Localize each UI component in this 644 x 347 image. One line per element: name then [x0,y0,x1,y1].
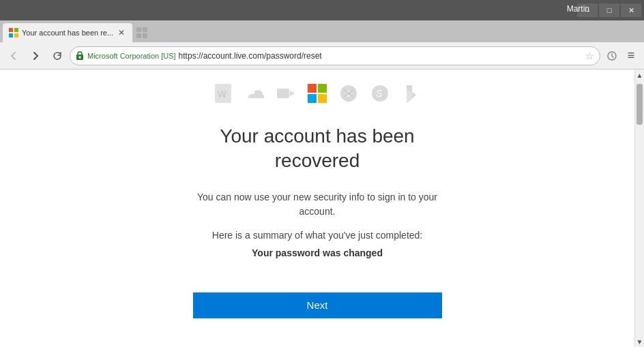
video-icon [276,83,296,104]
star-icon[interactable]: ☆ [585,50,594,61]
scrollbar[interactable]: ▲ ▼ [634,70,644,347]
svg-rect-13 [277,89,289,98]
summary-value: Your password was changed [252,247,383,258]
svg-rect-6 [136,33,141,38]
close-button[interactable]: ✕ [621,3,641,17]
browser-content-wrapper: W [0,70,644,347]
page-content-area: W [0,70,634,347]
security-label: Microsoft Corporation [US] [87,52,176,60]
page-heading: Your account has beenrecovered [220,124,414,174]
back-button[interactable] [4,46,23,65]
maximize-button[interactable]: □ [599,3,619,17]
svg-rect-0 [9,28,13,32]
menu-icon[interactable]: ≡ [622,47,640,65]
svg-marker-14 [290,91,295,96]
scroll-down-arrow[interactable]: ▼ [635,336,645,347]
refresh-button[interactable] [48,46,67,65]
svg-rect-7 [143,33,147,38]
bing-icon [401,83,422,104]
ms-logo-yellow [318,94,327,103]
ms-logo-green [318,84,327,93]
next-button[interactable]: Next [193,292,442,318]
nav-right-icons: ≡ [603,47,640,65]
svg-rect-1 [14,28,18,32]
security-indicator: Microsoft Corporation [US] [76,51,176,61]
tab-favicon-icon [8,27,19,38]
scrollbar-track[interactable] [635,80,644,336]
forward-button[interactable] [26,46,45,65]
new-tab-area [132,23,151,42]
user-name: Martin [567,4,589,14]
browser-tab[interactable]: Your account has been re... ✕ [3,23,132,42]
tab-bar: Your account has been re... ✕ [0,20,644,42]
onedrive-icon [244,83,265,104]
svg-text:W: W [218,89,227,100]
extensions-icon[interactable] [603,47,621,65]
svg-rect-5 [143,27,147,32]
svg-rect-2 [9,33,13,37]
ms-services-icons: W [213,83,422,104]
summary-label: Here is a summary of what you've just co… [212,230,422,241]
ms-logo-blue [308,94,317,103]
scrollbar-thumb[interactable] [636,84,643,125]
microsoft-logo-icon [307,83,327,104]
xbox-icon [338,83,359,104]
tab-title: Your account has been re... [22,29,113,37]
title-bar: Martin – □ ✕ [0,0,644,20]
address-bar[interactable]: Microsoft Corporation [US] https://accou… [70,46,600,65]
ms-logo-red [308,84,317,93]
url-display: https://account.live.com/password/reset [179,51,583,61]
tab-close-icon[interactable]: ✕ [116,27,127,38]
scroll-up-arrow[interactable]: ▲ [635,70,645,80]
skype-icon: S [370,83,390,104]
new-tab-icon [134,25,150,41]
svg-rect-3 [14,33,18,37]
page-content: W [0,70,634,332]
subtext: You can now use your new security info t… [194,190,440,219]
word-icon: W [213,83,233,104]
svg-rect-4 [136,27,141,32]
navigation-bar: Microsoft Corporation [US] https://accou… [0,42,644,70]
svg-rect-9 [79,56,81,58]
svg-text:S: S [376,88,383,99]
